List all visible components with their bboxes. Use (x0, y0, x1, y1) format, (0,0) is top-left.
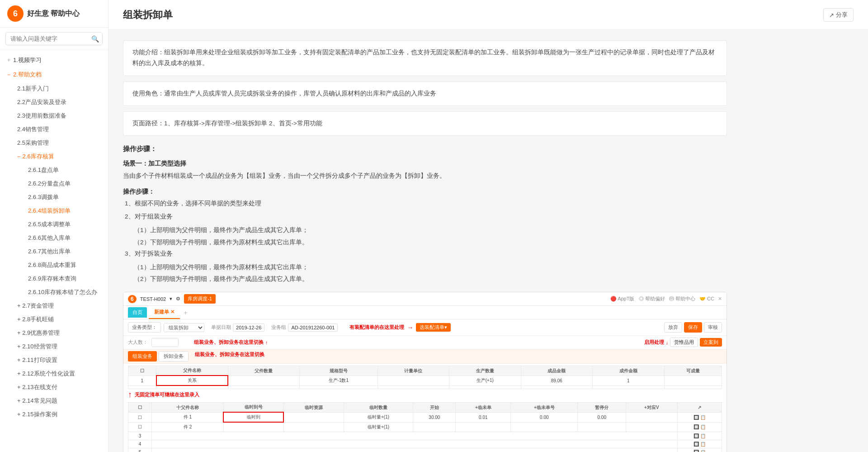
minus-icon-2: − (17, 153, 21, 160)
sidebar-item-mobile[interactable]: + 2.8手机旺铺 (13, 313, 108, 326)
mock-subtab-annotation: 组装业务、拆卸业务在这里切换 (195, 351, 264, 362)
sidebar-item-sales[interactable]: 2.4销售管理 (13, 123, 108, 136)
op-steps-title: 操作步骤： (123, 145, 727, 153)
sidebar-item-ledger-query[interactable]: 2.6.9库存账本查询 (24, 272, 108, 285)
config-tip-text: 有装配清单的在这里处理 (349, 324, 404, 331)
arrow-right-icon: → (407, 324, 413, 331)
mock-tab-home[interactable]: 自页 (128, 307, 147, 318)
mock-subtype-buttons: 组装业务 拆卸业务 组装业务、拆卸业务在这里切换 (123, 349, 726, 364)
mock-enable-field-label: 货惟品用 (674, 339, 694, 345)
mock-btn-assembly[interactable]: 组装业务 (128, 351, 157, 362)
mock-tab-add[interactable]: ＋ (180, 307, 191, 319)
mock-close-icon: ✕ (718, 296, 722, 302)
mock-th2-t2: 临时资源 (283, 403, 344, 413)
logo-area: 6 好生意 帮助中心 (0, 0, 108, 28)
table-cell (283, 422, 344, 432)
mock-date-val: 2019-12-26 (233, 324, 264, 332)
sidebar-item-faq[interactable]: + 2.14常见问题 (13, 394, 108, 408)
page-header: 组装拆卸单 ↗ 分享 (108, 0, 868, 29)
mock-date-field: 单据日期 2019-12-26 (211, 324, 264, 332)
role-text: 使用角色：通常由生产人员或库管人员完成拆装业务的操作，库管人员确认原材料的出库和… (132, 90, 436, 97)
mock-th2-t8: +对应V (626, 403, 677, 413)
sidebar-item-custom[interactable]: + 2.12系统个性化设置 (13, 367, 108, 381)
table-cell: 件 2 (152, 422, 224, 432)
step2-subs: （1）上部明细为父件明细，最终作为产成品生成其它入库单； （2）下部明细为子件明… (123, 225, 727, 248)
mock-count-input[interactable] (151, 338, 179, 347)
sidebar-item-partial-stocktake[interactable]: 2.6.2分量盘点单 (24, 177, 108, 190)
mock-th2-t6: +临未单号 (511, 403, 578, 413)
sidebar-item-payment[interactable]: + 2.13在线支付 (13, 381, 108, 394)
mock-btn-disassembly[interactable]: 拆卸业务 (159, 351, 189, 362)
step3-subs: （1）上部明细为父件明细，最终作为原材料生成其它出库单； （2）下部明细为子件明… (123, 262, 727, 285)
mock-btn-approve[interactable]: 审核 (704, 322, 722, 333)
sidebar-item-transfer[interactable]: 2.6.3调拨单 (24, 190, 108, 204)
mock-th2-t4: 开始 (413, 403, 456, 413)
mock-btn-abandon[interactable]: 放弃 (664, 322, 682, 333)
sidebar-item-ops[interactable]: + 2.10经营管理 (13, 340, 108, 353)
sidebar-item-data-prep[interactable]: 2.3使用前数据准备 (13, 109, 108, 123)
sidebar-item-purchase[interactable]: 2.5采购管理 (13, 136, 108, 150)
sidebar-label-video: 1.视频学习 (13, 56, 42, 64)
table-cell: 🔲 📋 (677, 448, 722, 452)
mock-settings-icon: ⚙ (176, 296, 180, 302)
table-cell (413, 422, 456, 432)
nav-tree: + 1.视频学习 − 2.帮助文档 2.1新手入门 2.2产品安装及登录 2.3… (0, 50, 108, 452)
sidebar-item-print[interactable]: + 2.11打印设置 (13, 353, 108, 367)
sidebar-item-other-out[interactable]: 2.6.7其他出库单 (24, 245, 108, 258)
mock-arrow-up-icon: ↑ (265, 340, 268, 345)
mock-subtype-row: 大人数： 组装业务、拆卸业务在这里切换 ↑ 启用处理 ↓ 货惟品用 立案到 (123, 336, 726, 349)
step2: 2、对于组装业务 (123, 212, 727, 222)
table-cell (152, 432, 677, 440)
table-cell (578, 422, 626, 432)
table-cell: 件 1 (152, 412, 224, 422)
sidebar-item-install[interactable]: 2.2产品安装及登录 (13, 95, 108, 109)
sidebar-item-inventory[interactable]: − 2.6库存核算 (13, 150, 108, 163)
table-cell (449, 385, 521, 389)
mock-arrow-table1: ↑ (128, 390, 132, 400)
sidebar-item-newbie[interactable]: 2.1新手入门 (13, 82, 108, 95)
mock-dropdown-icon: ▾ (170, 296, 172, 302)
sidebar-item-finance[interactable]: + 2.7资金管理 (13, 299, 108, 313)
sidebar-item-video[interactable]: + 1.视频学习 (0, 53, 108, 67)
table-cell: 🔲 📋 (677, 440, 722, 448)
table-cell (228, 376, 300, 385)
table-cell: 0.00 (578, 412, 626, 422)
table-cell (626, 412, 677, 422)
mock-th2-action: ↗ (677, 403, 722, 413)
main-content: 组装拆卸单 ↗ 分享 功能介绍：组装拆卸单用来处理企业组装或拆卸等加工业务，支持… (108, 0, 868, 452)
sidebar-item-other-in[interactable]: 2.6.6其他入库单 (24, 231, 108, 245)
sidebar-item-cost-adj[interactable]: 2.6.5成本调整单 (24, 218, 108, 231)
step3-sub1: （1）上部明细为父件明细，最终作为原材料生成其它出库单； (134, 262, 727, 273)
sidebar-item-cost-recalc[interactable]: 2.6.8商品成本重算 (24, 258, 108, 272)
sidebar-item-stocktake[interactable]: 2.6.1盘点单 (24, 163, 108, 177)
table-cell-parent-name: 关系 (156, 376, 228, 385)
mock-org-button[interactable]: 库房调度-1 (184, 294, 216, 304)
mock-table2-body: ☐ 件 1 临时到 临时量+(1) 30.00 0.01 0.00 0.00 (128, 412, 722, 452)
sidebar-item-coupon[interactable]: + 2.9优惠券管理 (13, 326, 108, 340)
mock-th2-name: 十父件名称 (152, 403, 224, 413)
table-row: 4🔲 📋 (128, 440, 722, 448)
mock-btn-select-config[interactable]: 选装配清单▾ (416, 323, 451, 332)
mock-btn-commit[interactable]: 立案到 (700, 338, 722, 347)
table-cell (377, 385, 449, 389)
mock-annotation-row1: ↑ 无固定清单可继续在这里录入 (123, 390, 726, 401)
table-cell (152, 440, 677, 448)
mock-table1: ☐ 父件名称 父件数量 规格型号 计量单位 生产数量 成品金额 成件金额 可成量 (128, 366, 722, 389)
table-cell: 临时量+(1) (344, 412, 413, 422)
share-button[interactable]: ↗ 分享 (823, 8, 854, 22)
mock-btn-save[interactable]: 保存 (684, 322, 702, 333)
search-input[interactable] (5, 32, 103, 45)
mock-tab-new[interactable]: 新建单 ✕ (149, 306, 180, 319)
sidebar-item-docs[interactable]: − 2.帮助文档 (0, 67, 108, 82)
mock-btn-stocktype[interactable]: 业务类型： (128, 322, 161, 333)
table-cell: 3 (128, 432, 152, 440)
mock-tabs: 自页 新建单 ✕ ＋ (123, 306, 726, 319)
table-cell: 生产-1数1 (300, 376, 377, 385)
app-mock: 6 TEST-H002 ▾ ⚙ 库房调度-1 🔴 AppT版 ◎ 帮助偏好 ⓜ … (123, 292, 726, 452)
sidebar-item-cases[interactable]: + 2.15操作案例 (13, 408, 108, 421)
table-row: 5🔲 📋 (128, 448, 722, 452)
sidebar-item-ledger-fix[interactable]: 2.6.10库存账本错了怎么办 (24, 285, 108, 299)
sidebar-item-assembly[interactable]: 2.6.4组装拆卸单 (24, 204, 108, 218)
scenario1-title: 场景一：加工类型选择 (123, 160, 727, 168)
mock-select-type[interactable]: 组装拆卸 (164, 323, 204, 332)
